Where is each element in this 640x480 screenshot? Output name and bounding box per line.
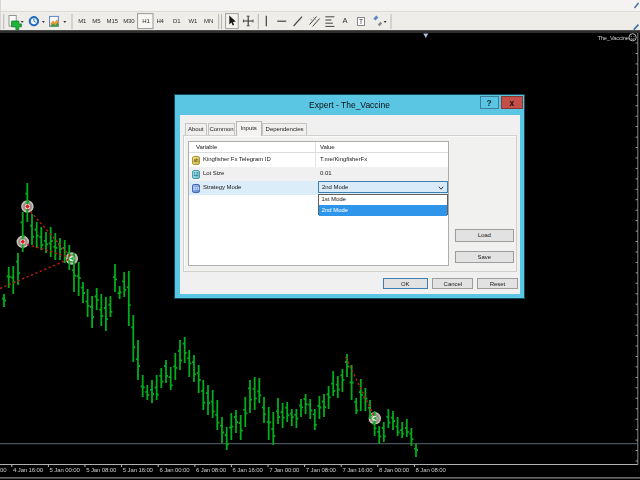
svg-text:The_Vaccine: The_Vaccine [598, 35, 630, 41]
svg-text:6 Jan 16:00: 6 Jan 16:00 [233, 467, 264, 473]
svg-text:5 Jan 16:00: 5 Jan 16:00 [123, 467, 154, 473]
svg-text:5 Jan 08:00: 5 Jan 08:00 [86, 467, 117, 473]
svg-text:4 Jan 08:00: 4 Jan 08:00 [0, 467, 7, 473]
svg-text:5 Jan 00:00: 5 Jan 00:00 [50, 467, 81, 473]
svg-text:4 Jan 16:00: 4 Jan 16:00 [13, 467, 44, 473]
svg-text:7 Jan 00:00: 7 Jan 00:00 [269, 467, 300, 473]
svg-text:6 Jan 00:00: 6 Jan 00:00 [159, 467, 190, 473]
svg-text:7 Jan 08:00: 7 Jan 08:00 [306, 467, 337, 473]
svg-text:8 Jan 08:00: 8 Jan 08:00 [416, 467, 447, 473]
svg-text:6 Jan 08:00: 6 Jan 08:00 [196, 467, 227, 473]
svg-text:8 Jan 00:00: 8 Jan 00:00 [379, 467, 410, 473]
svg-text:7 Jan 16:00: 7 Jan 16:00 [342, 467, 373, 473]
